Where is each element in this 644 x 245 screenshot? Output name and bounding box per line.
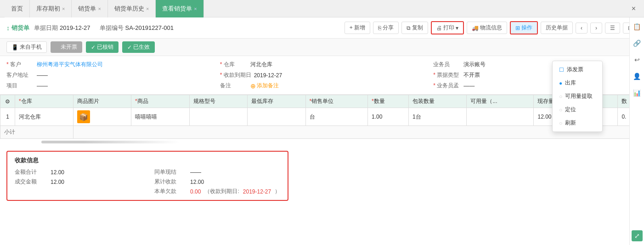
- arrears-end: ）: [275, 188, 280, 195]
- locate-item[interactable]: ○ 定位: [553, 103, 602, 116]
- print-button[interactable]: 🖨 打印 ▾: [431, 21, 464, 34]
- add-button[interactable]: + 新增: [345, 22, 370, 34]
- cancel-icon: ✓: [127, 44, 132, 51]
- customer-field: * 客户 柳州粤港平安气体有限公司: [6, 61, 211, 68]
- list-view-button[interactable]: ☰: [605, 23, 620, 34]
- customer-value[interactable]: 柳州粤港平安气体有限公司: [37, 61, 103, 68]
- sidebar-icon-undo[interactable]: ↩: [632, 54, 643, 65]
- row-spec: [189, 108, 248, 126]
- print-icon: 🖨: [436, 25, 442, 31]
- available-qty-item[interactable]: ○ 可用量提取: [553, 90, 602, 103]
- logistics-button[interactable]: 🚚 物流信息: [467, 22, 507, 34]
- row-available: [467, 108, 534, 126]
- outbound-icon: ●: [559, 80, 562, 86]
- sidebar-icon-chart[interactable]: 📊: [632, 87, 643, 98]
- operation-icon: ⊞: [515, 25, 520, 31]
- address-field: 客户地址 ——: [6, 71, 211, 79]
- sidebar-icon-link[interactable]: 🔗: [632, 38, 643, 49]
- table-container: ⚙ *仓库 商品图片 *商品 规格型号 最低库存 *销售单位 *数量 包装数量 …: [0, 94, 644, 145]
- refresh-item[interactable]: ○ 刷新: [553, 116, 602, 130]
- tab-bar: 首页 库存期初 × 销货单 × 销货单历史 × 查看销货单 × ×: [0, 0, 644, 17]
- cancel-button[interactable]: ✓ 已生效: [122, 41, 155, 53]
- confirm-button[interactable]: ✓ 已核销: [86, 41, 119, 53]
- locate-icon: ○: [559, 107, 562, 113]
- tab-inventory-close[interactable]: ×: [62, 6, 65, 11]
- not-open-button[interactable]: 未开票: [51, 41, 82, 53]
- ticket-type-value: 不开票: [463, 71, 480, 79]
- tab-check-close[interactable]: ×: [194, 6, 197, 11]
- transaction-amount-value: 12.00: [51, 179, 64, 185]
- operation-button[interactable]: ⊞ 操作: [510, 21, 538, 34]
- payment-info-title: 收款信息: [15, 156, 280, 165]
- scroll-indicator: [41, 141, 179, 143]
- add-invoice-label: 添发票: [567, 66, 583, 74]
- payment-section: 收款信息 金额合计 12.00 成交金额 12.00 同单现结 ——: [0, 145, 644, 206]
- right-sidebar: 📋 🔗 ↩ 👤 📊 ⤢: [629, 17, 644, 245]
- amount-total-row: 金额合计 12.00 成交金额 12.00: [15, 168, 141, 195]
- warehouse-field: * 仓库 河北仓库: [220, 61, 424, 68]
- doc-number-value: SA-20191227-001: [125, 24, 174, 31]
- row-warehouse: 河北仓库: [15, 108, 73, 126]
- share-button[interactable]: ⎘ 分享: [373, 22, 399, 34]
- add-notes-button[interactable]: ⊕ 添加备注: [250, 82, 279, 90]
- tab-sales-history[interactable]: 销货单历史 ×: [108, 0, 156, 17]
- tab-home-label: 首页: [11, 5, 23, 13]
- doc-type-label: 销货单: [11, 24, 29, 32]
- arrears-value: 0.00: [190, 188, 201, 195]
- arrears-note: （收款到期日:: [204, 188, 239, 195]
- arrears-date: 2019-12-27: [243, 188, 271, 195]
- address-value: ——: [37, 72, 48, 79]
- cancel-label: 已生效: [133, 43, 150, 51]
- confirm-icon: ✓: [91, 44, 96, 51]
- copy-label: 复制: [412, 24, 423, 32]
- col-settings[interactable]: ⚙: [0, 95, 15, 108]
- copy-button[interactable]: ⧉ 复制: [401, 22, 428, 34]
- doc-number-label: 单据编号: [100, 24, 124, 32]
- tab-history-close[interactable]: ×: [146, 6, 149, 11]
- tab-inventory-init[interactable]: 库存期初 ×: [30, 0, 72, 17]
- tab-home[interactable]: 首页: [5, 0, 30, 17]
- transaction-amount-label: 成交金额: [15, 178, 47, 186]
- payment-info-panel: 收款信息 金额合计 12.00 成交金额 12.00 同单现结 ——: [6, 151, 288, 201]
- col-img: 商品图片: [73, 95, 131, 108]
- arrears-label: 本单欠款: [154, 188, 186, 195]
- doc-type-badge: ↕ 销货单: [6, 24, 29, 32]
- payment-date-value: 2019-12-27: [254, 72, 282, 79]
- tab-check-sales[interactable]: 查看销货单 ×: [156, 0, 203, 17]
- col-spec: 规格型号: [189, 95, 248, 108]
- history-label: 历史单据: [546, 24, 568, 32]
- col-min-stock: 最低库存: [248, 95, 306, 108]
- row-img: 📦: [73, 108, 131, 126]
- share-icon: ⎘: [378, 25, 381, 31]
- cumulative-label: 累计收款: [154, 178, 186, 186]
- logistics-icon: 🚚: [472, 25, 479, 31]
- share-label: 分享: [383, 24, 394, 32]
- warehouse-label: * 仓库: [220, 61, 248, 68]
- outbound-item[interactable]: ● 出库: [553, 76, 602, 90]
- history-button[interactable]: 历史单据: [541, 22, 573, 34]
- locate-label: 定位: [565, 106, 576, 114]
- sidebar-icon-expand[interactable]: ⤢: [632, 230, 643, 241]
- not-open-dot: [56, 46, 59, 49]
- tab-bar-close-btn[interactable]: ×: [628, 5, 639, 13]
- nav-next-button[interactable]: ›: [590, 23, 602, 34]
- nav-prev-button[interactable]: ‹: [576, 23, 588, 34]
- sidebar-icon-user[interactable]: 👤: [632, 71, 643, 82]
- col-warehouse: *仓库: [15, 95, 73, 108]
- col-sales-unit: *销售单位: [305, 95, 368, 108]
- product-thumbnail: 📦: [77, 110, 90, 123]
- project-label: 项目: [6, 82, 34, 90]
- tab-sales-order[interactable]: 销货单 ×: [72, 0, 107, 17]
- operation-dropdown: ☐ 添发票 ● 出库 ○ 可用量提取 ○ 定位 ○ 刷新: [552, 61, 603, 132]
- sales-staff-value: ——: [463, 83, 475, 89]
- from-mobile-button[interactable]: 📱 来自手机: [6, 41, 47, 53]
- form-area: * 客户 柳州粤港平安气体有限公司 * 仓库 河北仓库 业务员 演示账号 客户地…: [0, 56, 644, 94]
- add-invoice-item[interactable]: ☐ 添发票: [553, 63, 602, 76]
- row-pack-qty: 1台: [408, 108, 467, 126]
- refresh-label: 刷新: [565, 119, 576, 127]
- data-table: ⚙ *仓库 商品图片 *商品 规格型号 最低库存 *销售单位 *数量 包装数量 …: [0, 95, 644, 139]
- sidebar-icon-doc[interactable]: 📋: [632, 21, 643, 32]
- available-qty-label: 可用量提取: [565, 92, 593, 100]
- sales-staff-label: * 业务员孟: [433, 82, 461, 90]
- tab-sales-close[interactable]: ×: [98, 6, 101, 11]
